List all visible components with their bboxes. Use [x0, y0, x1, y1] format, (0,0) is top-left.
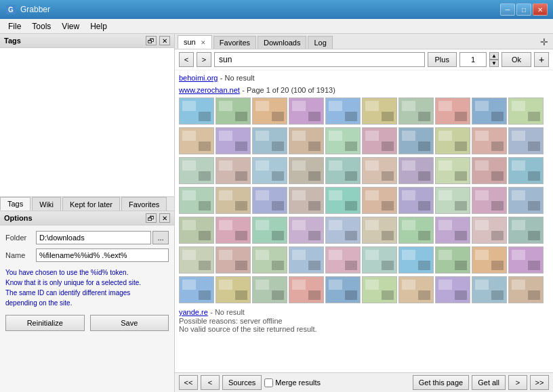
first-page-button[interactable]: << — [179, 375, 198, 390]
thumbnail[interactable] — [252, 97, 287, 125]
thumbnail[interactable] — [508, 276, 544, 303]
thumbnail[interactable] — [362, 187, 397, 214]
thumbnail[interactable] — [398, 157, 434, 184]
thumbnail[interactable] — [216, 276, 251, 303]
thumbnail[interactable] — [508, 127, 544, 154]
menu-help[interactable]: Help — [85, 20, 112, 32]
thumbnail[interactable] — [508, 97, 544, 125]
tab-add-button[interactable]: ✛ — [538, 36, 550, 48]
thumbnail[interactable] — [289, 187, 324, 214]
close-button[interactable]: ✕ — [533, 3, 548, 16]
thumbnail[interactable] — [179, 217, 214, 244]
page-up-button[interactable]: ▲ — [489, 52, 499, 60]
menu-view[interactable]: View — [56, 20, 85, 32]
get-page-button[interactable]: Get this page — [413, 375, 469, 390]
thumbnail[interactable] — [179, 187, 214, 214]
thumbnail[interactable] — [289, 276, 324, 303]
menu-tools[interactable]: Tools — [26, 20, 56, 32]
thumbnail[interactable] — [252, 276, 287, 303]
tab-sun[interactable]: sun ✕ — [178, 35, 212, 49]
tags-float-button[interactable]: 🗗 — [146, 36, 157, 45]
thumbnail[interactable] — [179, 97, 214, 125]
tab-favorites[interactable]: Favorites — [121, 197, 167, 211]
thumbnail[interactable] — [435, 246, 470, 274]
zerochan-link[interactable]: www.zerochan.net — [179, 86, 240, 94]
merge-results-label[interactable]: Merge results — [264, 378, 321, 387]
menu-file[interactable]: File — [3, 20, 26, 32]
thumbnail[interactable] — [289, 127, 324, 154]
thumbnail[interactable] — [179, 276, 214, 303]
thumbnail[interactable] — [216, 246, 251, 274]
thumbnail[interactable] — [252, 217, 287, 244]
page-input[interactable] — [459, 52, 487, 67]
page-down-button[interactable]: ▼ — [489, 60, 499, 67]
thumbnail[interactable] — [289, 246, 324, 274]
tab-downloads[interactable]: Downloads — [258, 36, 306, 49]
thumbnail[interactable] — [179, 246, 214, 274]
get-all-button[interactable]: Get all — [472, 375, 506, 390]
thumbnail[interactable] — [435, 187, 470, 214]
thumbnail[interactable] — [472, 276, 507, 303]
content-area[interactable]: behoimi.org - No result www.zerochan.net… — [175, 70, 553, 372]
thumbnail[interactable] — [362, 97, 397, 125]
thumbnail[interactable] — [216, 187, 251, 214]
thumbnail[interactable] — [325, 246, 361, 274]
thumbnail[interactable] — [325, 157, 361, 184]
thumbnail[interactable] — [435, 217, 470, 244]
search-forward-button[interactable]: > — [197, 52, 211, 67]
thumbnail[interactable] — [472, 127, 507, 154]
thumbnail[interactable] — [325, 127, 361, 154]
thumbnail[interactable] — [216, 127, 251, 154]
thumbnail[interactable] — [398, 217, 434, 244]
thumbnail[interactable] — [398, 276, 434, 303]
next-page-button[interactable]: > — [508, 375, 527, 390]
plus-button[interactable]: Plus — [428, 52, 457, 67]
thumbnail[interactable] — [325, 217, 361, 244]
tab-wiki[interactable]: Wiki — [32, 197, 61, 211]
merge-results-checkbox[interactable] — [264, 378, 273, 387]
thumbnail[interactable] — [508, 217, 544, 244]
thumbnail[interactable] — [216, 217, 251, 244]
minimize-button[interactable]: ─ — [500, 3, 515, 16]
tab-log[interactable]: Log — [308, 36, 332, 49]
thumbnail[interactable] — [179, 157, 214, 184]
search-input[interactable] — [214, 52, 425, 67]
thumbnail[interactable] — [472, 97, 507, 125]
thumbnail[interactable] — [398, 187, 434, 214]
tags-close-button[interactable]: ✕ — [159, 36, 170, 45]
thumbnail[interactable] — [179, 127, 214, 154]
ok-button[interactable]: Ok — [501, 52, 531, 67]
thumbnail[interactable] — [435, 97, 470, 125]
search-back-button[interactable]: < — [179, 52, 194, 67]
thumbnail[interactable] — [216, 97, 251, 125]
folder-input[interactable] — [36, 231, 151, 244]
name-input[interactable] — [36, 248, 169, 262]
thumbnail[interactable] — [508, 157, 544, 184]
thumbnail[interactable] — [398, 246, 434, 274]
thumbnail[interactable] — [362, 217, 397, 244]
tab-tags[interactable]: Tags — [0, 197, 30, 211]
options-float-button[interactable]: 🗗 — [146, 213, 157, 223]
thumbnail[interactable] — [472, 246, 507, 274]
last-page-button[interactable]: >> — [530, 375, 549, 390]
prev-page-button[interactable]: < — [201, 375, 220, 390]
add-search-button[interactable]: + — [534, 52, 549, 67]
thumbnail[interactable] — [289, 157, 324, 184]
thumbnail[interactable] — [252, 157, 287, 184]
thumbnail[interactable] — [252, 246, 287, 274]
thumbnail[interactable] — [435, 276, 470, 303]
thumbnail[interactable] — [508, 187, 544, 214]
thumbnail[interactable] — [435, 127, 470, 154]
thumbnail[interactable] — [325, 276, 361, 303]
thumbnail[interactable] — [508, 246, 544, 274]
thumbnail[interactable] — [362, 157, 397, 184]
tab-kept-for-later[interactable]: Kept for later — [62, 197, 120, 211]
thumbnail[interactable] — [398, 127, 434, 154]
thumbnail[interactable] — [472, 157, 507, 184]
thumbnail[interactable] — [252, 127, 287, 154]
thumbnail[interactable] — [252, 187, 287, 214]
tab-favorites[interactable]: Favorites — [213, 36, 256, 49]
reinitialize-button[interactable]: Reinitialize — [5, 315, 85, 331]
behoimi-link[interactable]: behoimi.org — [179, 74, 218, 82]
options-close-button[interactable]: ✕ — [159, 213, 170, 223]
